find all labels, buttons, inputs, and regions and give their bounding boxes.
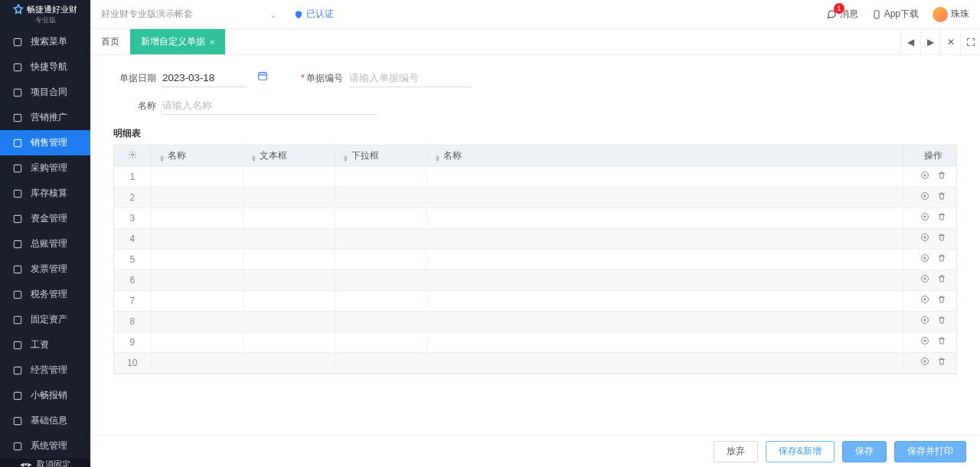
svg-point-19 [131,153,133,155]
svg-rect-15 [14,392,21,399]
footer-actions: 放弃 保存&新增 保存 保存并打印 [90,435,980,467]
sidebar-item-expense[interactable]: 小畅报销 [0,383,90,408]
sidebar-item-sys[interactable]: 系统管理 [0,433,90,459]
table-config-button[interactable] [114,145,151,166]
sidebar-item-cart2[interactable]: 采购管理 [0,155,90,181]
phone-icon [872,9,881,20]
sidebar-item-invoice[interactable]: 发票管理 [0,256,90,282]
sidebar-item-home[interactable]: 快捷导航 [0,54,90,80]
grid-icon [12,113,23,123]
row-add-icon[interactable] [920,191,929,203]
row-delete-icon[interactable] [937,357,946,368]
table-row[interactable]: 1 [114,166,956,187]
table-row[interactable]: 2 [114,187,956,207]
tab-custom-doc[interactable]: 新增自定义单据 × [130,29,225,54]
svg-rect-6 [14,165,21,171]
svg-rect-8 [14,215,21,222]
app-download-button[interactable]: App下载 [872,8,919,21]
chevron-down-icon[interactable]: ⌄ [270,9,277,20]
row-add-icon[interactable] [920,336,929,348]
discard-button[interactable]: 放弃 [714,441,758,462]
home-icon [12,62,23,73]
sidebar-item-grid[interactable]: 营销推广 [0,105,90,130]
save-and-new-button[interactable]: 保存&新增 [766,441,835,462]
table-row[interactable]: 9 [114,331,956,352]
cart2-icon [12,163,23,174]
sidebar-item-biz[interactable]: 经营管理 [0,358,90,383]
table-row[interactable]: 10 [114,352,956,373]
row-delete-icon[interactable] [937,191,946,203]
tab-custom-doc-label: 新增自定义单据 [141,35,205,48]
row-delete-icon[interactable] [937,336,946,348]
row-add-icon[interactable] [920,357,929,368]
col-name2[interactable]: ▲▼名称 [426,145,903,166]
sidebar-item-book[interactable]: 总账管理 [0,231,90,256]
table-row[interactable]: 7 [114,290,956,311]
row-add-icon[interactable] [920,233,929,244]
row-delete-icon[interactable] [937,253,946,265]
save-and-print-button[interactable]: 保存并打印 [894,441,966,462]
tabs-next-button[interactable]: ▶ [920,29,940,55]
sidebar-item-tax[interactable]: 税务管理 [0,282,90,307]
sidebar-item-label: 营销推广 [31,111,67,124]
col-dropdown[interactable]: ▲▼下拉框 [335,145,426,166]
svg-rect-12 [14,316,21,323]
tenant-selector[interactable]: 好业财专业版演示帐套 [101,8,193,21]
col-name1[interactable]: ▲▼名称 [151,145,243,166]
sidebar-item-box[interactable]: 库存核算 [0,181,90,206]
sidebar-item-search[interactable]: 搜索菜单 [0,29,90,54]
svg-rect-9 [14,240,21,247]
sidebar-item-coin[interactable]: 资金管理 [0,206,90,231]
calendar-icon[interactable] [257,70,268,83]
asset-icon [12,315,23,325]
table-row[interactable]: 8 [114,311,956,331]
name-input[interactable] [162,96,377,115]
doc-no-label: *单据编号 [300,72,343,85]
table-row[interactable]: 5 [114,249,956,269]
tab-home[interactable]: 首页 [90,29,130,54]
row-delete-icon[interactable] [937,315,946,327]
svg-rect-7 [14,190,21,197]
row-add-icon[interactable] [920,315,929,327]
tabs-close-button[interactable]: ✕ [940,29,960,55]
row-add-icon[interactable] [920,212,929,224]
save-button[interactable]: 保存 [842,441,887,462]
row-add-icon[interactable] [920,274,929,286]
table-row[interactable]: 4 [114,228,956,249]
row-add-icon[interactable] [920,171,929,182]
svg-rect-11 [14,291,21,298]
tabs-prev-button[interactable]: ◀ [900,29,920,55]
base-icon [12,416,23,426]
doc-no-input[interactable] [349,69,472,87]
search-icon [12,37,23,47]
sidebar-pin-toggle[interactable]: ◂▪▸ 取消固定 [0,459,90,467]
sidebar-item-asset[interactable]: 固定资产 [0,307,90,332]
sidebar-item-label: 快捷导航 [31,60,67,73]
sidebar-item-file[interactable]: 项目合同 [0,80,90,105]
table-row[interactable]: 6 [114,269,956,290]
sidebar-item-salary[interactable]: 工资 [0,332,90,358]
row-delete-icon[interactable] [937,233,946,244]
row-delete-icon[interactable] [937,212,946,224]
sidebar-item-label: 税务管理 [31,288,67,301]
row-delete-icon[interactable] [937,274,946,286]
row-add-icon[interactable] [920,295,929,306]
sidebar-item-base[interactable]: 基础信息 [0,408,90,433]
row-delete-icon[interactable] [937,171,946,182]
col-textbox[interactable]: ▲▼文本框 [243,145,335,166]
row-add-icon[interactable] [920,253,929,265]
brand-sub: 专业版 [35,15,56,25]
messages-button[interactable]: 消息 1 [826,8,858,21]
user-menu[interactable]: 珠珠 [933,7,969,22]
svg-rect-2 [14,64,21,70]
app-download-label: App下载 [884,8,919,21]
table-row[interactable]: 3 [114,207,956,228]
fullscreen-button[interactable] [960,29,980,55]
name-label: 名称 [113,100,156,113]
sidebar-item-cart[interactable]: 销售管理 [0,130,90,155]
sidebar-item-label: 采购管理 [31,162,67,175]
row-delete-icon[interactable] [937,295,946,306]
close-icon[interactable]: × [210,38,214,47]
date-input[interactable] [162,69,247,87]
brand-name: 畅捷通好业财 [27,4,77,15]
